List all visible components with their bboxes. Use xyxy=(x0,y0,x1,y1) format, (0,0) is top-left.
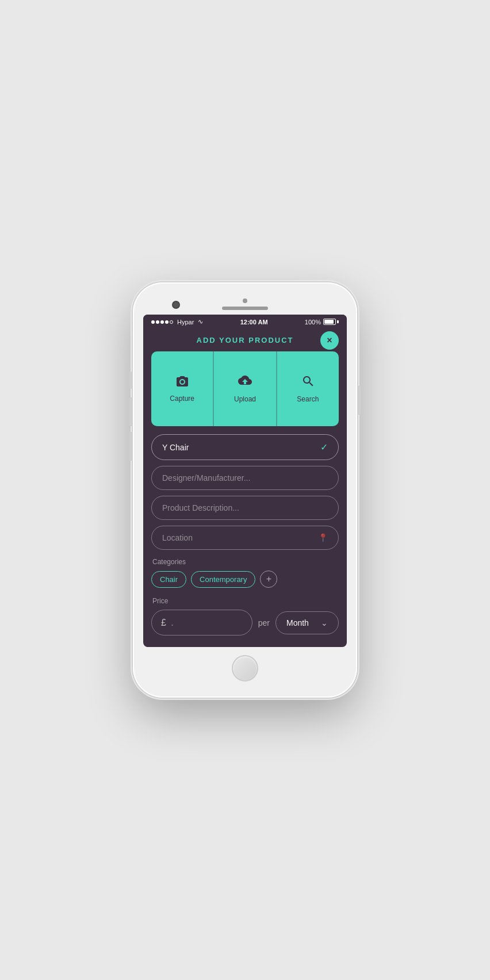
location-pin-icon: 📍 xyxy=(318,533,328,542)
image-picker: Capture Upload Sea xyxy=(151,351,339,426)
product-name-value: Y Chair xyxy=(162,443,189,452)
search-label: Search xyxy=(297,395,319,403)
signal-bars xyxy=(151,320,173,324)
camera-icon xyxy=(175,375,189,390)
upload-option[interactable]: Upload xyxy=(213,351,275,426)
wifi-icon: ∿ xyxy=(198,318,203,326)
categories-label: Categories xyxy=(152,558,339,566)
front-camera xyxy=(172,301,180,309)
battery-percent: 100% xyxy=(305,319,321,326)
search-icon xyxy=(301,374,314,391)
signal-dot-2 xyxy=(156,320,159,324)
phone-frame: Hypar ∿ 12:00 AM 100% ADD YOUR PRODUCT × xyxy=(133,282,357,698)
speaker-grille xyxy=(222,307,268,310)
price-label: Price xyxy=(152,597,339,605)
battery-icon xyxy=(323,319,339,325)
checkmark-icon: ✓ xyxy=(320,442,328,453)
mute-button xyxy=(129,372,132,389)
chevron-down-icon: ⌄ xyxy=(321,618,328,627)
description-field[interactable]: Product Description... xyxy=(151,496,339,520)
app-content: ADD YOUR PRODUCT × Capture xyxy=(143,328,347,647)
product-name-field[interactable]: Y Chair ✓ xyxy=(151,434,339,460)
carrier-name: Hypar xyxy=(177,319,194,326)
phone-bottom xyxy=(143,647,347,687)
add-category-button[interactable]: + xyxy=(260,571,277,588)
home-button[interactable] xyxy=(232,655,258,682)
status-right: 100% xyxy=(305,319,339,326)
front-sensor xyxy=(243,298,247,303)
currency-symbol: £ xyxy=(161,618,166,628)
battery-body xyxy=(323,319,336,325)
category-chair[interactable]: Chair xyxy=(151,571,186,588)
volume-down-button xyxy=(129,432,132,461)
upload-icon xyxy=(238,374,252,391)
signal-dot-3 xyxy=(160,320,164,324)
power-button xyxy=(358,386,361,415)
designer-field[interactable]: Designer/Manufacturer... xyxy=(151,466,339,490)
category-contemporary[interactable]: Contemporary xyxy=(191,571,255,588)
page-header: ADD YOUR PRODUCT × xyxy=(151,328,339,351)
search-option[interactable]: Search xyxy=(276,351,339,426)
status-time: 12:00 AM xyxy=(240,319,268,326)
close-button[interactable]: × xyxy=(320,331,339,350)
description-placeholder: Product Description... xyxy=(162,503,239,512)
page-title: ADD YOUR PRODUCT xyxy=(197,336,294,344)
capture-option[interactable]: Capture xyxy=(151,351,213,426)
designer-placeholder: Designer/Manufacturer... xyxy=(162,473,250,483)
signal-dot-1 xyxy=(151,320,155,324)
decimal-separator: . xyxy=(171,617,174,629)
categories-row: Chair Contemporary + xyxy=(151,571,339,588)
period-dropdown[interactable]: Month ⌄ xyxy=(275,611,339,634)
status-bar: Hypar ∿ 12:00 AM 100% xyxy=(143,315,347,328)
capture-label: Capture xyxy=(170,395,194,403)
per-label: per xyxy=(258,618,270,627)
battery-fill xyxy=(324,320,334,324)
price-input-field[interactable]: £ . xyxy=(151,610,252,636)
location-field[interactable]: Location 📍 xyxy=(151,526,339,550)
period-value: Month xyxy=(286,618,309,627)
location-placeholder: Location xyxy=(162,533,193,542)
status-left: Hypar ∿ xyxy=(151,318,203,326)
price-row: £ . per Month ⌄ xyxy=(151,610,339,636)
phone-screen: Hypar ∿ 12:00 AM 100% ADD YOUR PRODUCT × xyxy=(143,315,347,647)
battery-tip xyxy=(337,320,339,323)
signal-dot-5 xyxy=(170,320,173,324)
svg-point-0 xyxy=(181,380,184,384)
upload-label: Upload xyxy=(234,395,256,403)
volume-up-button xyxy=(129,397,132,426)
signal-dot-4 xyxy=(165,320,169,324)
